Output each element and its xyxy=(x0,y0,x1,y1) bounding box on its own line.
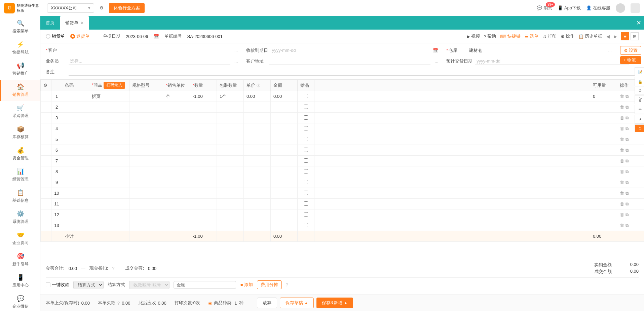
row-unit[interactable] xyxy=(163,123,190,134)
customer-addr-dots[interactable]: ... xyxy=(434,59,438,64)
float-translate-btn[interactable]: Aa xyxy=(635,95,644,104)
print-btn[interactable]: 🖨 打印 xyxy=(542,33,557,39)
history-btn[interactable]: 📋 历史单据 xyxy=(578,33,602,39)
sidebar-item-marketing[interactable]: 📢 营销推广 xyxy=(0,59,40,80)
sidebar-item-sales[interactable]: 🏠 销售管理 xyxy=(0,80,40,101)
row-spec[interactable] xyxy=(129,199,163,209)
gift-checkbox[interactable] xyxy=(304,223,308,227)
gift-checkbox[interactable] xyxy=(304,212,308,217)
row-spec[interactable] xyxy=(129,91,163,102)
row-qty[interactable] xyxy=(190,220,217,231)
customer-dots[interactable]: ... xyxy=(234,48,238,53)
row-pkgqty[interactable] xyxy=(217,145,244,156)
remarks-input[interactable] xyxy=(69,68,639,76)
view-grid-btn[interactable]: ⊞ xyxy=(631,32,639,40)
row-product[interactable] xyxy=(89,102,129,113)
avatar[interactable] xyxy=(616,3,625,13)
row-spec[interactable] xyxy=(129,123,163,134)
calendar-icon[interactable]: 📅 xyxy=(154,34,159,39)
row-barcode[interactable] xyxy=(62,123,89,134)
float-orange-btn[interactable]: ⊙ xyxy=(635,124,644,132)
expense-help-icon[interactable]: ? xyxy=(286,282,288,287)
row-pkgqty[interactable] xyxy=(217,177,244,188)
delete-icon[interactable]: 🗑 xyxy=(620,94,624,99)
cash-discount-info[interactable]: ? xyxy=(112,266,115,271)
gift-checkbox[interactable] xyxy=(304,201,308,206)
float-eye-btn[interactable]: ⊙ xyxy=(635,87,644,94)
row-barcode[interactable] xyxy=(62,188,89,199)
row-amount[interactable] xyxy=(271,188,298,199)
gift-checkbox[interactable] xyxy=(304,158,308,163)
row-barcode[interactable] xyxy=(62,145,89,156)
row-price[interactable] xyxy=(244,177,271,188)
row-pkgqty[interactable] xyxy=(217,123,244,134)
row-pkgqty[interactable] xyxy=(217,188,244,199)
row-pkgqty[interactable] xyxy=(217,134,244,145)
calendar-icon-due[interactable]: 📅 xyxy=(433,48,438,53)
row-unit[interactable]: 个 xyxy=(163,91,190,102)
online-support-btn[interactable]: 👤 在线客服 xyxy=(586,5,610,11)
row-unit[interactable] xyxy=(163,220,190,231)
video-btn[interactable]: ▶ 视频 xyxy=(467,33,480,39)
row-product[interactable] xyxy=(89,188,129,199)
pay-account-select[interactable]: 收款账号 账号 xyxy=(129,281,169,289)
sidebar-item-wechat[interactable]: 💬 企业微信 xyxy=(0,291,40,311)
row-barcode[interactable] xyxy=(62,199,89,209)
row-product[interactable] xyxy=(89,134,129,145)
gift-checkbox[interactable] xyxy=(304,137,308,141)
row-product[interactable] xyxy=(89,220,129,231)
row-amount[interactable]: 0.00 xyxy=(271,91,298,102)
tab-sales-order[interactable]: 销货单 ✕ xyxy=(60,16,89,30)
row-barcode[interactable] xyxy=(62,102,89,113)
row-qty[interactable] xyxy=(190,102,217,113)
settings-icon-btn[interactable]: ⚙ xyxy=(97,3,106,13)
customer-addr-input[interactable] xyxy=(269,57,431,65)
row-unit[interactable] xyxy=(163,156,190,166)
row-price[interactable] xyxy=(244,102,271,113)
delete-icon[interactable]: 🗑 xyxy=(620,137,624,142)
help-btn[interactable]: ? 帮助 xyxy=(484,33,496,39)
sidebar-item-appstore[interactable]: 📱 应用中心 xyxy=(0,270,40,291)
copy-icon[interactable]: ⧉ xyxy=(626,169,629,174)
copy-icon[interactable]: ⧉ xyxy=(626,180,629,185)
customer-input[interactable] xyxy=(69,47,230,54)
row-amount[interactable] xyxy=(271,199,298,209)
row-spec[interactable] xyxy=(129,145,163,156)
nav-prev-icon[interactable]: ◀ xyxy=(606,34,610,39)
row-barcode[interactable] xyxy=(62,156,89,166)
expense-btn[interactable]: 费用分摊 xyxy=(257,280,282,289)
row-gift[interactable] xyxy=(298,220,314,231)
settings-form-btn[interactable]: ⚙ 设置 xyxy=(620,46,641,55)
row-barcode[interactable] xyxy=(62,113,89,123)
gift-checkbox[interactable] xyxy=(304,126,308,130)
row-amount[interactable] xyxy=(271,113,298,123)
row-spec[interactable] xyxy=(129,188,163,199)
row-pkgqty[interactable] xyxy=(217,113,244,123)
row-qty[interactable] xyxy=(190,134,217,145)
row-gift[interactable] xyxy=(298,113,314,123)
debt-info[interactable]: ? xyxy=(117,301,120,306)
row-spec[interactable] xyxy=(129,113,163,123)
row-qty[interactable]: -1.00 xyxy=(190,91,217,102)
row-amount[interactable] xyxy=(271,220,298,231)
tab-close-icon[interactable]: ✕ xyxy=(80,21,84,25)
row-price[interactable] xyxy=(244,166,271,177)
radio-sales[interactable]: 销货单 xyxy=(46,33,65,39)
sidebar-item-operations[interactable]: 📊 经营管理 xyxy=(0,164,40,186)
copy-icon[interactable]: ⧉ xyxy=(626,115,629,121)
copy-icon[interactable]: ⧉ xyxy=(626,212,629,218)
close-all-btn[interactable]: ✕ xyxy=(636,19,641,27)
copy-icon[interactable]: ⧉ xyxy=(626,201,629,207)
row-price[interactable] xyxy=(244,156,271,166)
one-click-checkbox[interactable] xyxy=(46,282,50,287)
salesperson-input[interactable] xyxy=(69,57,230,65)
row-barcode[interactable] xyxy=(62,166,89,177)
nav-next-icon[interactable]: ▶ xyxy=(614,34,617,39)
row-qty[interactable] xyxy=(190,199,217,209)
sidebar-item-system[interactable]: ⚙️ 系统管理 xyxy=(0,207,40,228)
row-qty[interactable] xyxy=(190,209,217,220)
row-amount[interactable] xyxy=(271,156,298,166)
row-price[interactable] xyxy=(244,123,271,134)
row-gift[interactable] xyxy=(298,145,314,156)
sidebar-item-inventory[interactable]: 📦 库存核算 xyxy=(0,122,40,143)
